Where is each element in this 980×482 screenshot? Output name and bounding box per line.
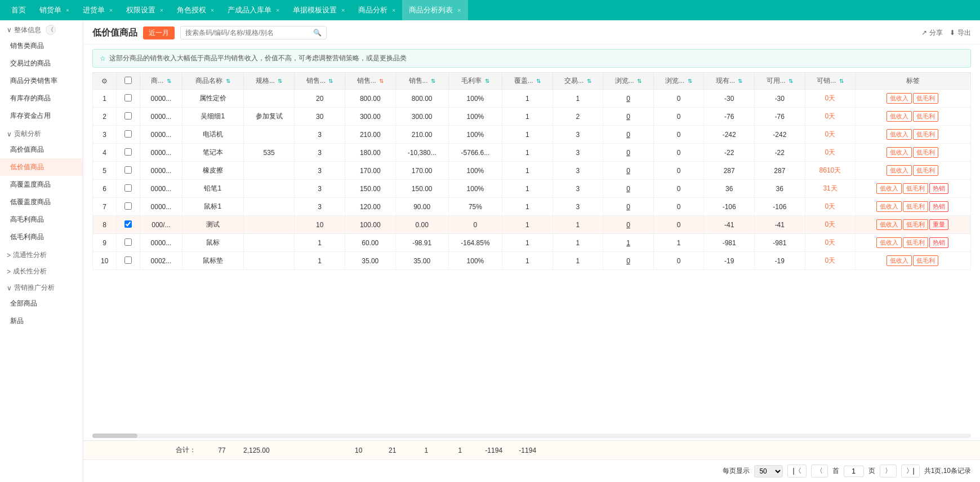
views1-link[interactable]: 0 [626, 131, 630, 139]
sidebar-item-high-coverage[interactable]: 高覆盖度商品 [0, 176, 83, 193]
cell-sales-qty: 30 [295, 108, 345, 126]
cell-available-stock: 36 [755, 180, 805, 198]
th-sales-cost[interactable]: 销售... ⇅ [395, 73, 448, 90]
row-checkbox[interactable] [124, 166, 132, 174]
row-checkbox[interactable] [124, 112, 132, 120]
th-sales-amt[interactable]: 销售... ⇅ [345, 73, 395, 90]
th-settings[interactable]: ⚙ [93, 73, 117, 90]
nav-sales-order[interactable]: 销货单 × [33, 0, 76, 20]
share-button[interactable]: ↗ 分享 [921, 28, 943, 38]
cell-views1[interactable]: 0 [603, 252, 654, 270]
nav-permissions[interactable]: 权限设置 × [119, 0, 170, 20]
th-sales-qty[interactable]: 销售... ⇅ [295, 73, 345, 90]
nav-purchase-order[interactable]: 进货单 × [76, 0, 119, 20]
cell-checkbox[interactable] [117, 126, 140, 144]
sidebar-item-high-value[interactable]: 高价值商品 [0, 141, 83, 158]
row-checkbox[interactable] [124, 184, 132, 192]
row-checkbox[interactable] [124, 220, 132, 228]
nav-product-inbound[interactable]: 产成品入库单 × [221, 0, 286, 20]
cell-views1[interactable]: 0 [603, 126, 654, 144]
th-spec[interactable]: 规格... ⇅ [243, 73, 295, 90]
collapse-overall-btn[interactable]: 《 [46, 25, 56, 35]
nav-role-auth[interactable]: 角色授权 × [170, 0, 221, 20]
views1-link[interactable]: 0 [626, 221, 630, 229]
sidebar-section-growth[interactable]: > 成长性分析 [0, 262, 83, 278]
cell-views1[interactable]: 0 [603, 216, 654, 234]
scrollbar-thumb[interactable] [92, 434, 137, 438]
sidebar-item-all-products[interactable]: 全部商品 [0, 295, 83, 312]
nav-home[interactable]: 首页 [5, 0, 33, 20]
cell-views1[interactable]: 0 [603, 162, 654, 180]
page-label-after: 页 [868, 466, 875, 476]
next-page-btn[interactable]: 〉 [880, 465, 897, 477]
nav-product-analysis[interactable]: 商品分析 × [351, 0, 402, 20]
first-page-btn[interactable]: |〈 [787, 465, 806, 477]
views1-link[interactable]: 0 [626, 167, 630, 175]
cell-views1[interactable]: 0 [603, 180, 654, 198]
views1-link[interactable]: 1 [626, 239, 630, 247]
row-checkbox[interactable] [124, 202, 132, 210]
sidebar-item-category-sales-rate[interactable]: 商品分类销售率 [0, 72, 83, 90]
th-code[interactable]: 商... ⇅ [140, 73, 182, 90]
row-checkbox[interactable] [124, 148, 132, 156]
views1-link[interactable]: 0 [626, 185, 630, 193]
views1-link[interactable]: 0 [626, 95, 630, 103]
th-coverage[interactable]: 覆盖... ⇅ [502, 73, 553, 90]
views1-link[interactable]: 0 [626, 257, 630, 265]
filter-recent-month-button[interactable]: 近一月 [143, 26, 175, 39]
cell-views1[interactable]: 0 [603, 198, 654, 216]
sidebar-item-traded-products[interactable]: 交易过的商品 [0, 55, 83, 72]
sidebar-item-low-margin[interactable]: 低毛利商品 [0, 228, 83, 246]
page-input[interactable] [844, 466, 864, 477]
views1-link[interactable]: 0 [626, 149, 630, 157]
th-name[interactable]: 商品名称 ⇅ [182, 73, 243, 90]
th-views2[interactable]: 浏览... ⇅ [653, 73, 704, 90]
row-checkbox[interactable] [124, 130, 132, 138]
th-checkbox[interactable] [117, 73, 140, 90]
prev-page-btn[interactable]: 〈 [811, 465, 828, 477]
th-views1[interactable]: 浏览... ⇅ [603, 73, 654, 90]
cell-views1[interactable]: 0 [603, 108, 654, 126]
sidebar-section-marketing[interactable]: ∨ 营销推广分析 [0, 278, 83, 295]
views1-link[interactable]: 0 [626, 113, 630, 121]
row-checkbox[interactable] [124, 257, 132, 264]
sidebar-item-stocked-products[interactable]: 有库存的商品 [0, 90, 83, 107]
last-page-btn[interactable]: 〉| [901, 465, 920, 477]
select-all-checkbox[interactable] [124, 77, 132, 84]
sidebar-item-low-coverage[interactable]: 低覆盖度商品 [0, 193, 83, 211]
sidebar-item-stock-capital[interactable]: 库存资金占用 [0, 107, 83, 125]
cell-views1[interactable]: 0 [603, 144, 654, 162]
cell-checkbox[interactable] [117, 180, 140, 198]
sidebar-item-low-value[interactable]: 低价值商品 [0, 158, 83, 176]
cell-checkbox[interactable] [117, 162, 140, 180]
export-button[interactable]: ⬇ 导出 [950, 28, 971, 38]
views1-link[interactable]: 0 [626, 203, 630, 211]
cell-checkbox[interactable] [117, 252, 140, 270]
cell-views1[interactable]: 1 [603, 234, 654, 252]
cell-checkbox[interactable] [117, 234, 140, 252]
th-gross-margin[interactable]: 毛利率 ⇅ [448, 73, 502, 90]
sidebar-item-sales-products[interactable]: 销售类商品 [0, 37, 83, 55]
per-page-select[interactable]: 50 100 [754, 465, 783, 477]
th-trade-count[interactable]: 交易... ⇅ [553, 73, 603, 90]
sidebar-item-high-margin[interactable]: 高毛利商品 [0, 211, 83, 228]
row-checkbox[interactable] [124, 238, 132, 246]
th-current-stock[interactable]: 现有... ⇅ [704, 73, 755, 90]
th-saleable-stock[interactable]: 可销... ⇅ [805, 73, 856, 90]
nav-product-analysis-list[interactable]: 商品分析列表 × [402, 0, 467, 20]
sidebar-section-circulation[interactable]: > 流通性分析 [0, 246, 83, 262]
cell-checkbox[interactable] [117, 198, 140, 216]
search-input[interactable] [185, 29, 313, 37]
sidebar-section-contribution[interactable]: ∨ 贡献分析 [0, 125, 83, 141]
cell-views1[interactable]: 0 [603, 90, 654, 108]
cell-checkbox[interactable] [117, 144, 140, 162]
row-checkbox[interactable] [124, 94, 132, 101]
cell-checkbox[interactable] [117, 216, 140, 234]
th-available-stock[interactable]: 可用... ⇅ [755, 73, 805, 90]
sidebar-section-overall[interactable]: ∨ 整体信息 《 [0, 20, 83, 37]
cell-checkbox[interactable] [117, 108, 140, 126]
sidebar-item-new-products[interactable]: 新品 [0, 312, 83, 330]
cell-checkbox[interactable] [117, 90, 140, 108]
nav-template-settings[interactable]: 单据模板设置 × [286, 0, 351, 20]
horizontal-scrollbar[interactable] [92, 434, 971, 438]
